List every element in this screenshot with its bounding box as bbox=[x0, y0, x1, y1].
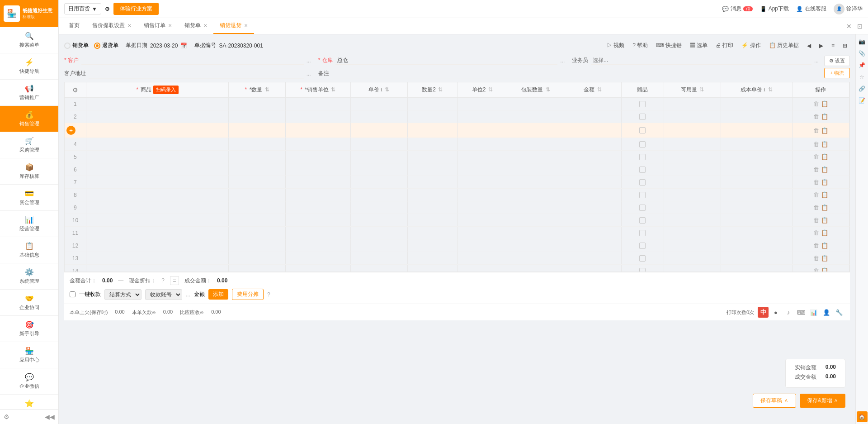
available-cell-5[interactable] bbox=[664, 151, 721, 163]
amount-cell-13[interactable] bbox=[564, 252, 621, 265]
qty2-cell-6[interactable] bbox=[407, 163, 457, 176]
product-cell-6[interactable] bbox=[86, 163, 228, 176]
radio-return[interactable]: 退货单 bbox=[94, 42, 118, 49]
unit2-cell-1[interactable] bbox=[458, 98, 507, 110]
tab-sales-delivery-close[interactable]: ✕ bbox=[203, 23, 207, 28]
unit-price-cell-1[interactable] bbox=[350, 98, 407, 110]
product-cell-2[interactable] bbox=[86, 110, 228, 123]
qty2-cell-7[interactable] bbox=[407, 176, 457, 189]
tab-close-all-icon[interactable]: ✕ bbox=[844, 22, 854, 31]
user-item[interactable]: 👤 徐泽华 bbox=[834, 4, 863, 14]
unit-sort-icon[interactable]: ⇅ bbox=[331, 86, 335, 93]
tab-sales-return[interactable]: 销货退货 ✕ bbox=[213, 18, 254, 34]
amount-cell-9[interactable] bbox=[564, 201, 621, 214]
copy-row-btn-3[interactable]: 📋 bbox=[821, 127, 828, 134]
cost-price-cell-6[interactable] bbox=[721, 163, 793, 176]
status-icon-music[interactable]: ♪ bbox=[783, 307, 794, 318]
gift-checkbox-14[interactable] bbox=[639, 268, 646, 272]
unit2-cell-10[interactable] bbox=[458, 214, 507, 227]
sales-unit-cell-12[interactable] bbox=[286, 239, 350, 252]
app-download-item[interactable]: 📱 App下载 bbox=[760, 5, 789, 13]
quantity-cell-12[interactable] bbox=[229, 239, 286, 252]
unit-price-cell-2[interactable] bbox=[350, 110, 407, 123]
save-draft-btn[interactable]: 保存草稿 ∧ bbox=[753, 394, 796, 408]
cost-price-cell-10[interactable] bbox=[721, 214, 793, 227]
cost-price-cell-13[interactable] bbox=[721, 252, 793, 265]
qty2-cell-2[interactable] bbox=[407, 110, 457, 123]
unit2-cell-4[interactable] bbox=[458, 138, 507, 151]
gift-checkbox-4[interactable] bbox=[639, 141, 646, 148]
cost-info-icon[interactable]: ℹ bbox=[764, 87, 765, 92]
product-input-6[interactable] bbox=[88, 167, 226, 173]
gift-checkbox-1[interactable] bbox=[639, 101, 646, 107]
amount-cell-11[interactable] bbox=[564, 227, 621, 239]
quantity-cell-2[interactable] bbox=[229, 110, 286, 123]
pkg-qty-cell-7[interactable] bbox=[507, 176, 564, 189]
product-input-10[interactable] bbox=[88, 217, 226, 224]
status-icon-chart[interactable]: 📊 bbox=[808, 307, 819, 318]
quantity-cell-9[interactable] bbox=[229, 201, 286, 214]
amount-cell-3[interactable] bbox=[564, 123, 621, 138]
gift-cell-2[interactable] bbox=[621, 110, 664, 123]
available-cell-11[interactable] bbox=[664, 227, 721, 239]
product-input-14[interactable] bbox=[88, 268, 226, 272]
pkg-qty-cell-10[interactable] bbox=[507, 214, 564, 227]
unit2-cell-8[interactable] bbox=[458, 189, 507, 201]
sales-unit-cell-11[interactable] bbox=[286, 227, 350, 239]
unit-price-cell-8[interactable] bbox=[350, 189, 407, 201]
col-settings-icon[interactable]: ⚙ bbox=[72, 86, 78, 94]
status-icon-tools[interactable]: 🔧 bbox=[834, 307, 844, 318]
experience-btn[interactable]: 体验行业方案 bbox=[113, 3, 159, 15]
cost-price-cell-8[interactable] bbox=[721, 189, 793, 201]
sidebar-item-basic[interactable]: 📋 基础信息 bbox=[0, 237, 58, 263]
product-cell-10[interactable] bbox=[86, 214, 228, 227]
unit2-cell-14[interactable] bbox=[458, 265, 507, 272]
gift-checkbox-7[interactable] bbox=[639, 179, 646, 186]
grid-view-btn[interactable]: ≡ bbox=[829, 41, 837, 50]
qty2-cell-9[interactable] bbox=[407, 201, 457, 214]
one-click-payment-checkbox[interactable] bbox=[70, 291, 75, 297]
copy-row-btn-12[interactable]: 📋 bbox=[821, 242, 828, 249]
gift-checkbox-8[interactable] bbox=[639, 192, 646, 198]
select-order-btn[interactable]: ☰ 选单 bbox=[687, 41, 710, 50]
product-cell-8[interactable] bbox=[86, 189, 228, 201]
product-input-4[interactable] bbox=[88, 141, 226, 148]
price-info-icon[interactable]: ℹ bbox=[381, 87, 382, 92]
cost-price-cell-9[interactable] bbox=[721, 201, 793, 214]
available-cell-10[interactable] bbox=[664, 214, 721, 227]
gift-cell-9[interactable] bbox=[621, 201, 664, 214]
delete-row-btn-6[interactable]: 🗑 bbox=[813, 166, 819, 173]
pkg-qty-cell-11[interactable] bbox=[507, 227, 564, 239]
cost-price-cell-1[interactable] bbox=[721, 98, 793, 110]
sales-unit-cell-7[interactable] bbox=[286, 176, 350, 189]
product-cell-11[interactable] bbox=[86, 227, 228, 239]
gift-cell-14[interactable] bbox=[621, 265, 664, 272]
logistics-side-btn[interactable]: + 物流 bbox=[824, 68, 850, 78]
pkg-qty-cell-13[interactable] bbox=[507, 252, 564, 265]
unit-price-cell-9[interactable] bbox=[350, 201, 407, 214]
tab-sales-return-close[interactable]: ✕ bbox=[244, 23, 248, 28]
gift-cell-12[interactable] bbox=[621, 239, 664, 252]
warehouse-select-btn[interactable]: ... bbox=[560, 57, 565, 64]
amount-cell-10[interactable] bbox=[564, 214, 621, 227]
note-input[interactable] bbox=[332, 69, 565, 78]
delete-row-btn-11[interactable]: 🗑 bbox=[813, 229, 819, 236]
pkg-qty-cell-1[interactable] bbox=[507, 98, 564, 110]
gift-cell-13[interactable] bbox=[621, 252, 664, 265]
cost-price-cell-11[interactable] bbox=[721, 227, 793, 239]
unit-price-cell-5[interactable] bbox=[350, 151, 407, 163]
copy-row-btn-6[interactable]: 📋 bbox=[821, 166, 828, 173]
gift-cell-8[interactable] bbox=[621, 189, 664, 201]
quantity-cell-8[interactable] bbox=[229, 189, 286, 201]
help-btn[interactable]: ? 帮助 bbox=[630, 41, 651, 50]
available-cell-7[interactable] bbox=[664, 176, 721, 189]
unit-price-cell-13[interactable] bbox=[350, 252, 407, 265]
unit2-cell-7[interactable] bbox=[458, 176, 507, 189]
calendar-icon[interactable]: 📅 bbox=[180, 43, 187, 49]
product-input-8[interactable] bbox=[88, 192, 226, 198]
cost-price-cell-2[interactable] bbox=[721, 110, 793, 123]
sidebar-item-newbie[interactable]: 🎯 新手引导 bbox=[0, 316, 58, 342]
pkg-qty-cell-2[interactable] bbox=[507, 110, 564, 123]
delete-row-btn-5[interactable]: 🗑 bbox=[813, 153, 819, 160]
available-cell-4[interactable] bbox=[664, 138, 721, 151]
